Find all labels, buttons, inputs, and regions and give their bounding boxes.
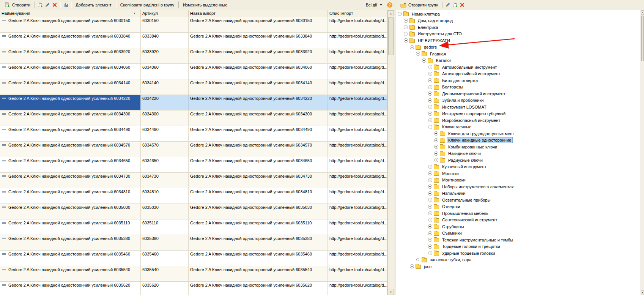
table-row[interactable]: Gedore 2 A Ключ накидной односторонний у… — [0, 173, 387, 188]
column-header-import-desc[interactable]: Опис імпорт — [328, 10, 387, 17]
cell-name[interactable]: Gedore 2 A Ключ накидной односторонний у… — [0, 266, 141, 281]
expand-icon[interactable] — [410, 264, 414, 268]
tree-item[interactable]: Инструмент шарнирно-губцевый — [396, 110, 641, 117]
cell-article[interactable]: 6035460 — [141, 251, 189, 266]
column-header-name[interactable]: Найменування ▲ — [0, 10, 141, 17]
tree-item[interactable]: Инструменты для СТО — [396, 31, 641, 38]
tree-item[interactable]: Монтировки — [396, 177, 641, 184]
table-row[interactable]: Gedore 2 A Ключ накидной односторонний у… — [0, 188, 387, 204]
cell-import-desc[interactable]: http://gedore-tool.ru/catalog/d... — [328, 251, 387, 266]
collapse-icon[interactable] — [416, 52, 420, 56]
delete-icon[interactable] — [459, 2, 466, 8]
cell-name[interactable]: Gedore 2 A Ключ накидной односторонний у… — [0, 188, 141, 204]
cell-import-name[interactable]: Gedore 2 A Ключ накидной односторонний у… — [189, 79, 328, 95]
expand-icon[interactable] — [428, 224, 432, 229]
cell-name[interactable]: Gedore 2 A Ключ накидной односторонний у… — [0, 110, 141, 126]
tree-item[interactable]: Главная — [396, 50, 641, 57]
create-button[interactable]: Створити — [2, 0, 33, 9]
tree-item[interactable]: Отвертки — [396, 204, 641, 210]
column-header-article[interactable]: Артикул — [141, 10, 189, 17]
cell-article[interactable]: 6035380 — [141, 235, 189, 250]
cell-import-name[interactable]: Gedore 2 A Ключ накидной односторонний у… — [189, 266, 328, 281]
cell-import-desc[interactable]: http://gedore-tool.ru/catalog/d... — [328, 64, 387, 79]
cell-import-desc[interactable]: http://gedore-tool.ru/catalog/d... — [328, 79, 387, 95]
collapse-icon[interactable] — [410, 45, 414, 49]
expand-icon[interactable] — [428, 231, 432, 235]
tree-item[interactable]: НЕ ВИГРУЖАТИ — [396, 37, 641, 44]
tree-item[interactable]: Кузнечный инструмент — [396, 164, 641, 170]
expand-icon[interactable] — [434, 138, 438, 142]
cell-article[interactable]: 6034300 — [141, 110, 189, 126]
expand-icon[interactable] — [428, 171, 432, 175]
expand-icon[interactable] — [428, 98, 432, 103]
expand-icon[interactable] — [428, 191, 432, 196]
expand-icon[interactable] — [428, 65, 432, 69]
cell-name[interactable]: Gedore 2 A Ключ накидной односторонний у… — [0, 48, 141, 63]
scroll-up-icon[interactable]: ▲ — [388, 10, 394, 16]
cell-import-desc[interactable]: http://gedore-tool.ru/catalog/d... — [328, 173, 387, 188]
tree-item[interactable]: Накидные ключи — [396, 150, 641, 157]
cell-name[interactable]: Gedore 2 A Ключ накидной односторонний у… — [0, 282, 141, 295]
cell-name[interactable]: Gedore 2 A Ключ накидной односторонний у… — [0, 17, 141, 32]
tree-item[interactable]: Струбцины — [396, 223, 641, 230]
expand-icon[interactable] — [434, 131, 438, 136]
cell-article[interactable]: 6034810 — [141, 188, 189, 204]
cell-name[interactable]: Gedore 2 A Ключ накидной односторонний у… — [0, 219, 141, 235]
tree-item[interactable]: Осветительные приборы — [396, 197, 641, 204]
cell-import-name[interactable]: Gedore 2 A Ключ накидной односторонний у… — [189, 251, 328, 266]
expand-icon[interactable] — [428, 112, 432, 116]
collapse-icon[interactable] — [428, 125, 432, 129]
tree-item[interactable]: Динамометрический инструмент — [396, 90, 641, 97]
tree-item[interactable]: Тележки инструментальные и тумбы — [396, 237, 641, 243]
cell-import-desc[interactable]: http://gedore-tool.ru/catalog/d... — [328, 110, 387, 126]
tree-item[interactable]: Ударные торцевые головки — [396, 250, 641, 257]
expand-icon[interactable] — [404, 25, 408, 29]
expand-icon[interactable] — [428, 251, 432, 255]
table-row[interactable]: Gedore 2 A Ключ накидной односторонний у… — [0, 157, 387, 173]
delete-icon[interactable] — [51, 2, 58, 8]
column-header-import-name[interactable]: Назва імпорт — [189, 10, 328, 17]
cell-name[interactable]: Gedore 2 A Ключ накидной односторонний у… — [0, 235, 141, 250]
cell-article[interactable]: 6033920 — [141, 48, 189, 63]
cell-import-desc[interactable]: http://gedore-tool.ru/catalog/d... — [328, 282, 387, 295]
cell-import-desc[interactable]: http://gedore-tool.ru/catalog/d... — [328, 33, 387, 48]
table-row[interactable]: Gedore 2 A Ключ накидной односторонний у… — [0, 204, 387, 219]
scroll-down-icon[interactable]: ▼ — [641, 290, 644, 295]
tree-item[interactable]: Молотки — [396, 170, 641, 177]
tree-item[interactable]: Съемники — [396, 230, 641, 237]
expand-icon[interactable] — [428, 198, 432, 202]
expand-icon[interactable] — [428, 218, 432, 222]
cell-import-name[interactable]: Gedore 2 A Ключ накидной односторонний у… — [189, 48, 328, 63]
cell-name[interactable]: Gedore 2 A Ключ накидной односторонний у… — [0, 64, 141, 79]
tree-item[interactable]: Инструмент LOSOMAT — [396, 104, 641, 110]
tree-item[interactable]: Комбинированные ключи — [396, 144, 641, 150]
cell-import-name[interactable]: Gedore 2 A Ключ накидной односторонний у… — [189, 110, 328, 126]
table-row[interactable]: Gedore 2 A Ключ накидной односторонний у… — [0, 95, 387, 110]
cell-import-name[interactable]: Gedore 2 A Ключ накидной односторонний у… — [189, 64, 328, 79]
cell-article[interactable]: 6030150 — [141, 17, 189, 32]
scrollbar-thumb[interactable] — [388, 17, 394, 55]
help-icon[interactable]: ? — [387, 2, 392, 8]
expand-icon[interactable] — [428, 72, 432, 76]
expand-icon[interactable] — [404, 32, 408, 36]
collapse-icon[interactable] — [398, 12, 402, 16]
copy-item-button[interactable] — [452, 2, 458, 8]
cell-article[interactable]: 6034730 — [141, 173, 189, 188]
empty-node-icon[interactable] — [416, 258, 419, 261]
cell-import-name[interactable]: Gedore 2 A Ключ накидной односторонний у… — [189, 157, 328, 172]
cell-name[interactable]: Gedore 2 A Ключ накидной односторонний у… — [0, 173, 141, 188]
cell-name[interactable]: Gedore 2 A Ключ накидной односторонний у… — [0, 126, 141, 141]
tree-scrollbar[interactable]: ▲ ▼ — [641, 10, 644, 295]
add-element-button[interactable]: Добавить элемент — [73, 2, 113, 8]
cell-import-name[interactable]: Gedore 2 A Ключ накидной односторонний у… — [189, 126, 328, 141]
expand-icon[interactable] — [428, 245, 432, 249]
cell-article[interactable]: 6035620 — [141, 282, 189, 295]
tree-item[interactable]: Каталог — [396, 57, 641, 64]
cell-import-name[interactable]: Gedore 2 A Ключ накидной односторонний у… — [189, 95, 328, 110]
edit-icon[interactable] — [44, 2, 51, 8]
table-row[interactable]: Gedore 2 A Ключ накидной односторонний у… — [0, 110, 387, 126]
scrollbar-thumb[interactable] — [641, 16, 644, 61]
cell-article[interactable]: 6034570 — [141, 142, 189, 157]
cell-article[interactable]: 6034220 — [141, 95, 189, 110]
expand-icon[interactable] — [434, 158, 438, 162]
